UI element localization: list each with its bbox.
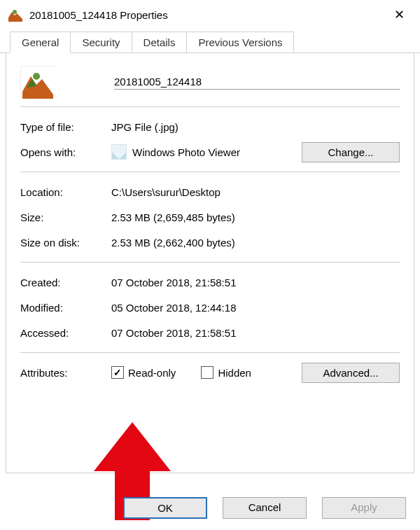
value-created: 07 October 2018, 21:58:51 xyxy=(111,277,400,288)
apply-button[interactable]: Apply xyxy=(322,497,406,519)
advanced-button[interactable]: Advanced... xyxy=(302,363,400,383)
app-icon xyxy=(8,8,22,22)
label-location: Location: xyxy=(20,186,111,198)
close-button[interactable]: ✕ xyxy=(388,4,410,25)
tab-general[interactable]: General xyxy=(10,32,71,53)
tab-details[interactable]: Details xyxy=(132,32,188,53)
window-title: 20181005_124418 Properties xyxy=(29,9,388,21)
file-icon xyxy=(20,66,54,99)
label-size: Size: xyxy=(20,211,111,223)
separator xyxy=(20,262,400,263)
tabstrip: General Security Details Previous Versio… xyxy=(0,29,420,53)
titlebar: 20181005_124418 Properties ✕ xyxy=(0,0,420,29)
hidden-checkbox[interactable] xyxy=(201,366,214,379)
value-location: C:\Users\surur\Desktop xyxy=(111,186,400,198)
readonly-checkbox[interactable] xyxy=(111,366,124,379)
svg-point-2 xyxy=(13,10,17,14)
general-panel: 20181005_124418 Type of file: JPG File (… xyxy=(6,53,414,473)
value-opens-with: Windows Photo Viewer xyxy=(132,146,240,158)
separator xyxy=(20,352,400,353)
label-attributes: Attributes: xyxy=(20,367,111,379)
label-modified: Modified: xyxy=(20,302,111,314)
label-opens-with: Opens with: xyxy=(20,146,111,158)
value-accessed: 07 October 2018, 21:58:51 xyxy=(111,327,400,339)
filename-field[interactable]: 20181005_124418 xyxy=(114,76,400,90)
ok-button[interactable]: OK xyxy=(123,497,207,519)
cancel-button[interactable]: Cancel xyxy=(223,497,307,519)
label-size-on-disk: Size on disk: xyxy=(20,237,111,249)
value-size: 2.53 MB (2,659,485 bytes) xyxy=(111,211,400,223)
readonly-label: Read-only xyxy=(128,367,176,379)
label-created: Created: xyxy=(20,277,111,288)
label-accessed: Accessed: xyxy=(20,327,111,339)
photo-viewer-icon xyxy=(111,144,127,160)
value-modified: 05 October 2018, 12:44:18 xyxy=(111,302,400,314)
value-type-of-file: JPG File (.jpg) xyxy=(111,121,400,133)
separator xyxy=(20,172,400,172)
change-button[interactable]: Change... xyxy=(302,142,400,162)
dialog-footer: OK Cancel Apply xyxy=(0,489,420,530)
tab-previous-versions[interactable]: Previous Versions xyxy=(186,32,294,53)
hidden-label: Hidden xyxy=(218,367,251,379)
value-size-on-disk: 2.53 MB (2,662,400 bytes) xyxy=(111,237,400,249)
separator xyxy=(20,106,400,107)
svg-point-6 xyxy=(33,73,40,80)
label-type-of-file: Type of file: xyxy=(20,121,111,133)
tab-security[interactable]: Security xyxy=(70,32,132,53)
